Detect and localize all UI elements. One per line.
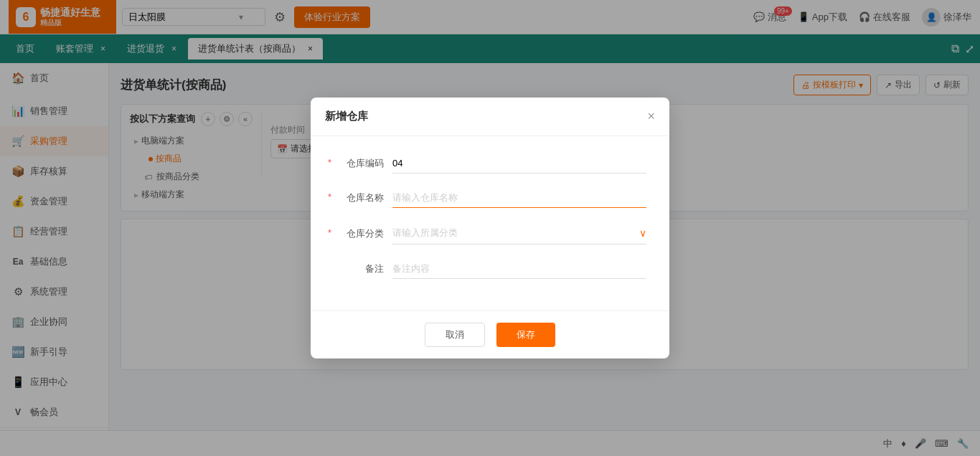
category-placeholder: 请输入所属分类	[392, 227, 458, 239]
form-row-name: 仓库名称	[334, 188, 646, 208]
modal-footer: 取消 保存	[311, 310, 669, 358]
note-label: 备注	[334, 262, 384, 275]
modal-overlay: 新增仓库 × 仓库编码 仓库名称 仓库分类 请输入所属分类 ∨	[0, 0, 980, 456]
modal-header: 新增仓库 ×	[311, 98, 669, 136]
name-input[interactable]	[392, 188, 646, 208]
save-button[interactable]: 保存	[496, 323, 555, 347]
modal-title: 新增仓库	[325, 110, 368, 123]
name-label: 仓库名称	[334, 191, 384, 204]
note-input[interactable]	[392, 259, 646, 279]
form-row-code: 仓库编码	[334, 153, 646, 174]
code-label: 仓库编码	[334, 157, 384, 170]
modal-new-warehouse: 新增仓库 × 仓库编码 仓库名称 仓库分类 请输入所属分类 ∨	[311, 98, 669, 358]
modal-body: 仓库编码 仓库名称 仓库分类 请输入所属分类 ∨ 备注	[311, 136, 669, 310]
code-input[interactable]	[392, 153, 646, 174]
cancel-button[interactable]: 取消	[425, 323, 485, 347]
form-row-note: 备注	[334, 259, 646, 279]
category-label: 仓库分类	[334, 227, 384, 240]
category-select[interactable]: 请输入所属分类 ∨	[392, 222, 646, 244]
form-row-category: 仓库分类 请输入所属分类 ∨	[334, 222, 646, 244]
modal-close-button[interactable]: ×	[647, 109, 655, 124]
category-chevron-icon: ∨	[639, 227, 646, 239]
